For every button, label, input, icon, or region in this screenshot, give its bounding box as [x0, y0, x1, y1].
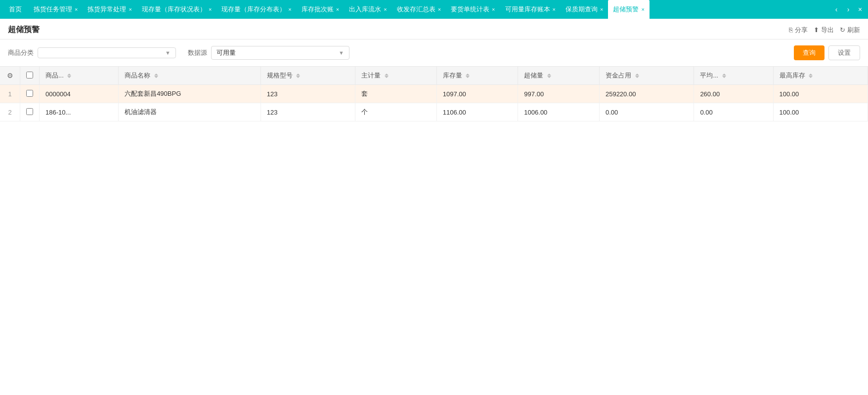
nav-tab-8[interactable]: 可用量库存账本 × [500, 0, 561, 19]
row-product-code-1: 186-10... [40, 103, 119, 121]
close-tab-0[interactable]: × [75, 6, 78, 12]
nav-next-arrow[interactable]: › [842, 0, 854, 19]
row-num-1: 2 [0, 103, 20, 121]
nav-tab-5[interactable]: 出入库流水 × [344, 0, 391, 19]
filter-actions: 查询 设置 [794, 45, 860, 60]
col-unit[interactable]: 主计量 [355, 67, 437, 85]
close-tab-8[interactable]: × [553, 6, 556, 12]
nav-tab-0[interactable]: 拣货任务管理 × [29, 0, 83, 19]
data-source-chevron: ▼ [339, 50, 344, 56]
product-category-select[interactable]: ▼ [38, 47, 176, 58]
row-checkbox-0[interactable] [20, 85, 40, 103]
nav-tab-9[interactable]: 保质期查询 × [561, 0, 608, 19]
sort-stock-icon [466, 74, 470, 78]
col-stock[interactable]: 库存量 [436, 67, 518, 85]
col-product-name[interactable]: 商品名称 [119, 67, 261, 85]
select-all-checkbox[interactable] [26, 72, 33, 79]
close-tab-9[interactable]: × [600, 6, 603, 12]
row-unit-0: 套 [355, 85, 437, 103]
row-select-0[interactable] [26, 90, 33, 97]
product-category-label: 商品分类 [8, 48, 34, 57]
data-source-select[interactable]: 可用量 ▼ [211, 46, 349, 60]
filter-area: 商品分类 ▼ 数据源 可用量 ▼ 查询 设置 [0, 40, 868, 67]
close-tab-5[interactable]: × [384, 6, 387, 12]
col-select-all[interactable] [20, 67, 40, 85]
table-row: 1 0000004 六配套新昌490BPG 123 套 1097.00 997.… [0, 85, 868, 103]
nav-tab-3[interactable]: 现存量（库存分布表） × [217, 0, 296, 19]
product-category-filter: 商品分类 ▼ [8, 47, 176, 58]
table-container: ⚙ 商品... 商品名称 规格型号 [0, 67, 868, 121]
col-spec[interactable]: 规格型号 [260, 67, 355, 85]
row-select-1[interactable] [26, 108, 33, 115]
close-tab-7[interactable]: × [492, 6, 495, 12]
table-header-row: ⚙ 商品... 商品名称 规格型号 [0, 67, 868, 85]
col-capital[interactable]: 资金占用 [599, 67, 694, 85]
row-product-code-0: 0000004 [40, 85, 119, 103]
data-source-value: 可用量 [217, 48, 236, 57]
close-tab-2[interactable]: × [209, 6, 212, 12]
sort-product-code-icon [67, 74, 71, 78]
refresh-button[interactable]: ↻ 刷新 [840, 26, 860, 35]
row-checkbox-1[interactable] [20, 103, 40, 121]
page-header: 超储预警 ⎘ 分享 ⬆ 导出 ↻ 刷新 [0, 19, 868, 40]
nav-tab-6[interactable]: 收发存汇总表 × [392, 0, 446, 19]
row-product-name-0: 六配套新昌490BPG [119, 85, 261, 103]
share-button[interactable]: ⎘ 分享 [789, 26, 808, 35]
col-settings[interactable]: ⚙ [0, 67, 20, 85]
row-stock-1: 1106.00 [436, 103, 518, 121]
row-num-0: 1 [0, 85, 20, 103]
row-capital-1: 0.00 [599, 103, 694, 121]
sort-overstock-icon [547, 74, 551, 78]
row-unit-1: 个 [355, 103, 437, 121]
nav-prev-arrow[interactable]: ‹ [830, 0, 842, 19]
nav-home[interactable]: 首页 [2, 5, 29, 14]
col-max-stock[interactable]: 最高库存 [773, 67, 868, 85]
row-capital-0: 259220.00 [599, 85, 694, 103]
share-icon: ⎘ [789, 26, 793, 34]
close-tab-10[interactable]: × [641, 6, 644, 12]
table-row: 2 186-10... 机油滤清器 123 个 1106.00 1006.00 … [0, 103, 868, 121]
nav-tab-2[interactable]: 现存量（库存状况表） × [137, 0, 217, 19]
row-overstock-0: 997.00 [518, 85, 600, 103]
nav-tab-4[interactable]: 库存批次账 × [297, 0, 344, 19]
nav-arrows: ‹ › × [830, 0, 866, 19]
close-tab-4[interactable]: × [336, 6, 339, 12]
sort-capital-icon [635, 74, 639, 78]
query-button[interactable]: 查询 [794, 45, 825, 60]
close-tab-1[interactable]: × [129, 6, 131, 12]
col-avg[interactable]: 平均... [694, 67, 773, 85]
row-spec-0: 123 [260, 85, 355, 103]
row-spec-1: 123 [260, 103, 355, 121]
sort-spec-icon [296, 74, 300, 78]
row-overstock-1: 1006.00 [518, 103, 600, 121]
row-max-stock-1: 100.00 [773, 103, 868, 121]
close-tab-6[interactable]: × [438, 6, 441, 12]
nav-tab-7[interactable]: 要货单统计表 × [446, 0, 500, 19]
settings-gear-icon[interactable]: ⚙ [6, 72, 14, 79]
sort-avg-icon [722, 74, 726, 78]
row-stock-0: 1097.00 [436, 85, 518, 103]
nav-close-arrow[interactable]: × [854, 0, 866, 19]
row-avg-1: 0.00 [694, 103, 773, 121]
col-overstock[interactable]: 超储量 [518, 67, 600, 85]
settings-button[interactable]: 设置 [828, 45, 860, 60]
export-icon: ⬆ [814, 26, 819, 34]
close-tab-3[interactable]: × [288, 6, 291, 12]
col-product-code[interactable]: 商品... [40, 67, 119, 85]
product-category-chevron: ▼ [165, 50, 171, 56]
page-title: 超储预警 [8, 25, 40, 35]
sort-max-stock-icon [809, 74, 813, 78]
nav-bar: 首页 拣货任务管理 × 拣货异常处理 × 现存量（库存状况表） × 现存量（库存… [0, 0, 868, 19]
refresh-icon: ↻ [840, 26, 845, 34]
sort-product-name-icon [154, 74, 158, 78]
row-product-name-1: 机油滤清器 [119, 103, 261, 121]
row-max-stock-0: 100.00 [773, 85, 868, 103]
data-table: ⚙ 商品... 商品名称 规格型号 [0, 67, 868, 121]
nav-tab-10[interactable]: 超储预警 × [608, 0, 649, 19]
data-source-filter: 数据源 可用量 ▼ [188, 46, 349, 60]
export-button[interactable]: ⬆ 导出 [814, 26, 834, 35]
row-avg-0: 260.00 [694, 85, 773, 103]
sort-unit-icon [385, 74, 389, 78]
nav-tab-1[interactable]: 拣货异常处理 × [83, 0, 136, 19]
main-content: 超储预警 ⎘ 分享 ⬆ 导出 ↻ 刷新 商品分类 ▼ 数据源 [0, 19, 868, 395]
